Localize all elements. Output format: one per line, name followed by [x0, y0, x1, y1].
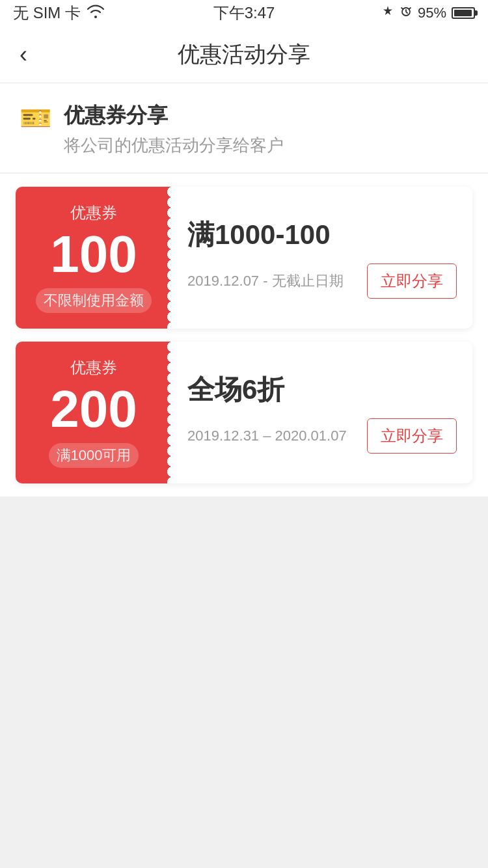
nav-bar: ‹ 优惠活动分享: [0, 26, 488, 83]
status-time: 下午3:47: [213, 3, 275, 23]
coupon-label: 优惠券: [70, 202, 117, 223]
coupon-condition: 满1000可用: [49, 443, 139, 468]
section-text: 优惠券分享 将公司的优惠活动分享给客户: [64, 102, 284, 157]
coupon-list: 优惠券 100 不限制使用金额 满1000-100 2019.12.07 - 无…: [0, 174, 488, 496]
back-button[interactable]: ‹: [20, 41, 27, 68]
coupon-title: 满1000-100: [187, 217, 457, 253]
alarm-icon: [400, 5, 413, 21]
coupon-amount: 100: [50, 228, 137, 280]
wifi-icon: [86, 4, 105, 22]
share-button[interactable]: 立即分享: [367, 418, 457, 454]
section-icon: 🎫: [20, 103, 53, 137]
status-bar: 无 SIM 卡 下午3:47 95%: [0, 0, 488, 26]
carrier-text: 无 SIM 卡: [13, 3, 81, 23]
section-title: 优惠券分享: [64, 102, 284, 130]
coupon-label: 优惠券: [70, 357, 117, 378]
coupon-right: 全场6折 2019.12.31 – 2020.01.07 立即分享: [172, 342, 472, 483]
page-title: 优惠活动分享: [178, 40, 310, 70]
coupon-title: 全场6折: [187, 372, 457, 408]
coupon-left: 优惠券 100 不限制使用金额: [16, 187, 172, 329]
battery-icon: [452, 7, 475, 19]
coupon-amount: 200: [50, 383, 137, 435]
coupon-meta: 2019.12.07 - 无截止日期 立即分享: [187, 264, 457, 299]
section-subtitle: 将公司的优惠活动分享给客户: [64, 134, 284, 157]
location-icon: [381, 5, 394, 21]
coupon-left: 优惠券 200 满1000可用: [16, 342, 172, 483]
coupon-right: 满1000-100 2019.12.07 - 无截止日期 立即分享: [172, 187, 472, 329]
battery-percent: 95%: [418, 5, 446, 21]
coupon-date: 2019.12.31 – 2020.01.07: [187, 427, 360, 444]
status-left: 无 SIM 卡: [13, 3, 105, 23]
coupon-condition: 不限制使用金额: [36, 288, 152, 313]
coupon-card: 优惠券 100 不限制使用金额 满1000-100 2019.12.07 - 无…: [16, 187, 472, 329]
coupon-card: 优惠券 200 满1000可用 全场6折 2019.12.31 – 2020.0…: [16, 342, 472, 483]
coupon-date: 2019.12.07 - 无截止日期: [187, 271, 360, 291]
coupon-meta: 2019.12.31 – 2020.01.07 立即分享: [187, 418, 457, 454]
status-right: 95%: [381, 5, 475, 21]
share-button[interactable]: 立即分享: [367, 264, 457, 299]
section-header: 🎫 优惠券分享 将公司的优惠活动分享给客户: [0, 83, 488, 172]
